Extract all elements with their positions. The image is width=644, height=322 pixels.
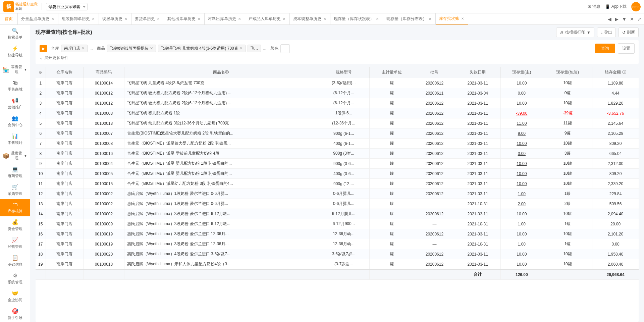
tab-more-btn[interactable]: ▼ <box>621 16 628 22</box>
query-btn[interactable]: 查询 <box>595 44 615 53</box>
row-warehouse: 南岸门店 <box>46 189 84 199</box>
tab-cost-adjust-history[interactable]: 成本调整单历史 ✕ <box>290 13 330 24</box>
warehouse-tag-close[interactable]: ✕ <box>82 46 85 51</box>
product-tag1-close[interactable]: ✕ <box>150 46 153 51</box>
sidebar-item-finance[interactable]: 💰 资金管理 <box>0 216 30 234</box>
row-qty[interactable]: 1.00 <box>500 189 543 199</box>
row-qty[interactable]: 3.00 <box>500 149 543 159</box>
tab-batch-query[interactable]: 库存批次账 ✕ <box>436 13 468 24</box>
sidebar-item-inventory-check[interactable]: 🗃 库存核算 <box>0 199 30 216</box>
tab-close-icon[interactable]: ✕ <box>237 17 241 21</box>
row-num: 9 <box>36 159 46 169</box>
refresh-btn[interactable]: ↺ 刷新 <box>619 28 639 37</box>
row-qty[interactable]: 10.00 <box>500 98 543 108</box>
tab-close-icon[interactable]: ✕ <box>428 17 432 21</box>
settings-btn[interactable]: 设置 <box>618 43 635 54</box>
filter-more-btn[interactable]: ⌄ 展开更多条件 <box>40 55 635 61</box>
tab-split-history[interactable]: 分量盘点单历史 ✕ <box>18 13 58 24</box>
product-filter-tag3[interactable]: 飞... <box>248 45 261 52</box>
export-btn[interactable]: ↓ 导出 <box>597 28 616 37</box>
avatar[interactable]: demo2 <box>631 2 641 11</box>
sidebar-item-retail-store[interactable]: 🛍 零售商城 <box>0 77 30 95</box>
export-label: 导出 <box>604 30 612 35</box>
sidebar-item-retail-mgmt[interactable]: 🏪 零售管理 ▼ <box>0 62 30 77</box>
sidebar-item-quick-nav[interactable]: ⚡ 快捷导航 <box>0 43 30 60</box>
sidebar-item-ecommerce[interactable]: 💻 电商管理 <box>0 163 30 181</box>
tab-next-btn[interactable]: ▶ <box>613 16 620 22</box>
filter-expand-btn[interactable]: ▶ <box>40 45 47 52</box>
tab-close-icon[interactable]: ✕ <box>375 17 379 21</box>
table-container[interactable]: ⚙ 仓库名称 商品编码 商品名称 规格型号 主计量单位 批号 失效日期 现存量(… <box>36 67 639 322</box>
th-settings[interactable]: ⚙ <box>36 67 46 78</box>
print-btn[interactable]: 🖨 按模板打印 ▼ <box>556 28 594 37</box>
sidebar-item-new-guide[interactable]: 🎯 新手引导 <box>0 305 30 322</box>
sidebar-item-system[interactable]: ⚙ 系统管理 <box>0 270 30 287</box>
tab-inventory-dist[interactable]: 现存量（库存分布表） ✕ <box>383 13 436 24</box>
tab-other-out-history[interactable]: 其他出库单历史 ✕ <box>164 13 205 24</box>
row-qty[interactable]: 10.00 <box>500 259 543 270</box>
row-qty[interactable]: 2.00 <box>500 199 543 209</box>
row-name: 合生元（BIOSTIME）派星 学龄前儿童配方奶粉 4段 <box>124 149 318 159</box>
tab-close-icon[interactable]: ✕ <box>91 17 95 21</box>
row-qty[interactable]: 10.00 <box>500 249 543 259</box>
row-qty[interactable]: -39.00 <box>500 108 543 118</box>
tab-close-icon[interactable]: ✕ <box>197 17 201 21</box>
tab-close-icon[interactable]: ✕ <box>156 17 160 21</box>
tab-product-in-history[interactable]: 产成品入库单历史 ✕ <box>245 13 290 24</box>
product-tag2-close[interactable]: ✕ <box>239 46 243 51</box>
row-unit: 罐 <box>369 169 414 179</box>
sidebar-item-member-center[interactable]: 👥 会员中心 <box>0 112 30 130</box>
tab-disassemble-history[interactable]: 组装拆卸单历史 ✕ <box>58 13 99 24</box>
row-qty[interactable]: 10.00 <box>500 159 543 169</box>
tab-expand-btn[interactable]: ⤢ <box>636 16 643 22</box>
sidebar-item-wholesale-mgmt[interactable]: 📦 批发管理 ▼ <box>0 148 30 163</box>
tab-close-icon[interactable]: ✕ <box>323 17 327 21</box>
product-filter-tag2[interactable]: 飞鹤星飞帆 儿童奶粉 4段(3-6岁适用) 700克 ✕ <box>158 45 246 52</box>
row-expire: 2021-10-31 <box>455 239 500 249</box>
row-num: 6 <box>36 128 46 139</box>
tab-transfer-history[interactable]: 调拨单历史 ✕ <box>99 13 131 24</box>
tab-home[interactable]: 首页 <box>0 13 18 24</box>
row-qty[interactable]: 10.00 <box>500 209 543 219</box>
row-amount: 1,829.20 <box>592 98 639 108</box>
sidebar-item-purchase[interactable]: 🛒 采购管理 <box>0 181 30 199</box>
tab-ask-goods-history[interactable]: 要货单历史 ✕ <box>131 13 164 24</box>
tab-close-icon[interactable]: ✕ <box>282 17 286 21</box>
row-qty[interactable]: 9.00 <box>500 128 543 139</box>
sidebar-item-marketing[interactable]: 📢 营销推广 <box>0 95 30 112</box>
warehouse-filter-tag[interactable]: 南岸门店 ✕ <box>61 45 88 52</box>
tab-close-btn[interactable]: ✕ <box>629 16 635 22</box>
sidebar-item-retail-stats[interactable]: 📊 零售统计 <box>0 130 30 148</box>
row-unit: 罐 <box>369 229 414 239</box>
tab-close-icon[interactable]: ✕ <box>461 16 465 21</box>
product-filter-tag1[interactable]: 飞鹤奶粉3段丙搭提装 ✕ <box>107 45 156 52</box>
product-filter-dots[interactable]: ... <box>263 46 266 51</box>
row-qty[interactable]: 10.00 <box>500 169 543 179</box>
sidebar-item-enterprise-collab[interactable]: 🤝 企业协同 <box>0 287 30 305</box>
tab-inventory-status[interactable]: 现存量（库存状况表） ✕ <box>330 13 383 24</box>
color-select[interactable] <box>280 44 290 53</box>
row-qty[interactable]: 0.00 <box>500 88 543 98</box>
messages-btn[interactable]: ✉ 消息 <box>588 4 600 9</box>
workspace-select[interactable]: 母婴行业演示账套 <box>46 3 88 10</box>
sidebar-item-search[interactable]: 🔍 搜索英单 <box>0 25 30 43</box>
row-qty[interactable]: 10.00 <box>500 139 543 149</box>
tab-close-icon[interactable]: ✕ <box>51 17 55 21</box>
tab-prev-btn[interactable]: ◀ <box>606 16 613 22</box>
row-batch: 20200612 <box>414 249 455 259</box>
row-qty[interactable]: 10.00 <box>500 229 543 239</box>
sidebar-item-basic-info[interactable]: 📋 基础信息 <box>0 252 30 270</box>
table-footer-row: 合计 126.00 26,968.64 <box>36 269 639 280</box>
row-amount: 0.00 <box>592 239 639 249</box>
app-download-btn[interactable]: 📱 App下载 <box>605 4 627 9</box>
warehouse-filter-dots[interactable]: ... <box>90 46 93 51</box>
row-qty[interactable]: 10.00 <box>500 78 543 88</box>
tab-close-icon[interactable]: ✕ <box>124 17 128 21</box>
tab-material-out-history[interactable]: 材料出库单历史 ✕ <box>205 13 245 24</box>
sidebar-item-business[interactable]: 📈 经营管理 <box>0 234 30 252</box>
row-code: 00100009 <box>84 219 124 229</box>
row-qty[interactable]: 10.00 <box>500 179 543 189</box>
row-qty[interactable]: 1.00 <box>500 219 543 229</box>
row-qty[interactable]: 11.00 <box>500 118 543 128</box>
row-qty[interactable]: 1.00 <box>500 239 543 249</box>
